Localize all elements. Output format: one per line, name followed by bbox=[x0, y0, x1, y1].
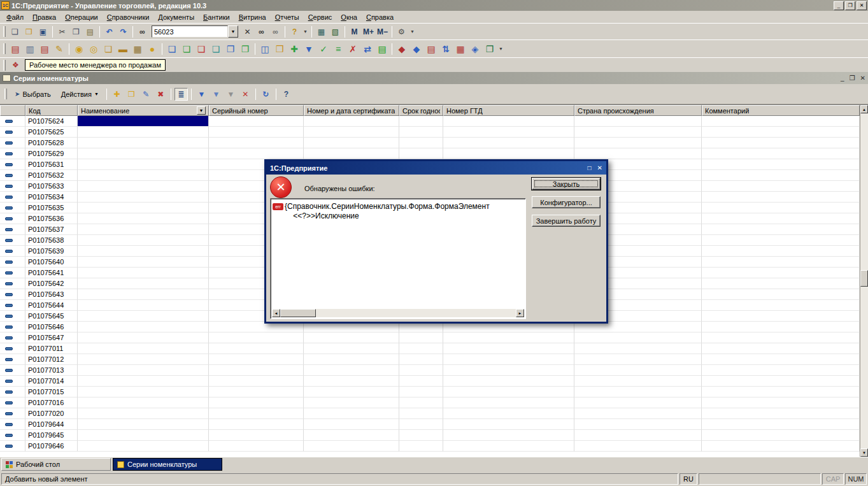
cell-serial[interactable] bbox=[209, 138, 304, 148]
cell-icon[interactable] bbox=[0, 430, 25, 441]
cell-expiry[interactable] bbox=[399, 419, 443, 430]
cell-comment[interactable] bbox=[702, 181, 860, 192]
cell-comment[interactable] bbox=[702, 343, 860, 354]
table-row[interactable]: Р01075628 bbox=[0, 138, 860, 148]
cell-comment[interactable] bbox=[702, 354, 860, 365]
cell-name[interactable] bbox=[78, 268, 209, 278]
menu-item-10[interactable]: Окна bbox=[336, 12, 362, 22]
cash-icon[interactable]: ▬ bbox=[116, 42, 130, 56]
dialog-scrollbar-thumb[interactable] bbox=[280, 309, 316, 317]
scroll-down-button[interactable]: ▼ bbox=[860, 448, 868, 457]
menu-item-1[interactable]: Файл bbox=[2, 12, 28, 22]
cell-certificate[interactable] bbox=[304, 430, 399, 441]
redo-icon[interactable]: ↷ bbox=[117, 25, 130, 38]
cell-code[interactable]: Р01075647 bbox=[25, 332, 78, 343]
table-row[interactable]: Р01079645 bbox=[0, 430, 860, 441]
scrollbar-track[interactable] bbox=[860, 113, 868, 448]
table-row[interactable]: Р01075629 bbox=[0, 148, 860, 159]
cell-icon[interactable] bbox=[0, 116, 25, 127]
cell-name[interactable] bbox=[78, 365, 209, 376]
cell-comment[interactable] bbox=[702, 322, 860, 332]
cell-comment[interactable] bbox=[702, 224, 860, 235]
cell-icon[interactable] bbox=[0, 170, 25, 181]
cell-certificate[interactable] bbox=[304, 148, 399, 159]
cell-code[interactable]: Р01075631 bbox=[25, 159, 78, 170]
restore-button[interactable]: ❐ bbox=[845, 1, 855, 10]
cell-icon[interactable] bbox=[0, 387, 25, 397]
cell-code[interactable]: Р01075629 bbox=[25, 148, 78, 159]
more-buttons-icon[interactable]: ▼ bbox=[497, 42, 504, 56]
column-header-icon[interactable] bbox=[0, 105, 25, 116]
cell-icon[interactable] bbox=[0, 203, 25, 213]
cell-name[interactable] bbox=[78, 170, 209, 181]
cell-comment[interactable] bbox=[702, 311, 860, 322]
sales-report-icon[interactable]: ◆ bbox=[395, 42, 409, 56]
cell-gtd[interactable] bbox=[443, 148, 574, 159]
cell-serial[interactable] bbox=[209, 408, 304, 419]
cell-comment[interactable] bbox=[702, 397, 860, 408]
minimize-button[interactable]: _ bbox=[834, 1, 844, 10]
error-text-area[interactable]: err {Справочник.СерииНоменклатуры.Форма.… bbox=[270, 198, 526, 319]
table-row[interactable]: Р01075624 bbox=[0, 116, 860, 127]
cell-icon[interactable] bbox=[0, 148, 25, 159]
clear-search-icon[interactable]: ✕ bbox=[241, 25, 254, 38]
scroll-up-button[interactable]: ▲ bbox=[860, 105, 868, 113]
cell-expiry[interactable] bbox=[399, 365, 443, 376]
sales-ledger-icon[interactable]: ▤ bbox=[8, 42, 22, 56]
cell-code[interactable]: Р01075641 bbox=[25, 268, 78, 278]
return-doc-icon[interactable]: ❏ bbox=[194, 42, 208, 56]
cell-icon[interactable] bbox=[0, 235, 25, 246]
cell-name[interactable] bbox=[78, 343, 209, 354]
toolbar-grip[interactable] bbox=[3, 26, 6, 37]
cell-country[interactable] bbox=[574, 127, 702, 138]
cell-icon[interactable] bbox=[0, 192, 25, 203]
mdi-minimize-button[interactable]: _ bbox=[841, 75, 844, 82]
menu-item-11[interactable]: Справка bbox=[362, 12, 398, 22]
cell-country[interactable] bbox=[574, 332, 702, 343]
cell-code[interactable]: Р01075637 bbox=[25, 224, 78, 235]
cell-name[interactable] bbox=[78, 408, 209, 419]
orders-report-icon[interactable]: ▦ bbox=[453, 42, 467, 56]
cell-expiry[interactable] bbox=[399, 127, 443, 138]
cell-name[interactable] bbox=[78, 148, 209, 159]
sales-doc-icon[interactable]: ❏ bbox=[180, 42, 194, 56]
cell-comment[interactable] bbox=[702, 138, 860, 148]
cell-country[interactable] bbox=[574, 116, 702, 127]
cash-book-icon[interactable]: ▤ bbox=[38, 42, 52, 56]
toolbar-grip[interactable] bbox=[4, 89, 7, 99]
table-row[interactable]: Р01075647 bbox=[0, 332, 860, 343]
cell-code[interactable]: Р01077020 bbox=[25, 408, 78, 419]
close-button[interactable]: ✕ bbox=[857, 1, 867, 10]
dialog-scrollbar-track[interactable] bbox=[280, 309, 516, 317]
report-settings-icon[interactable]: ❐ bbox=[483, 42, 497, 56]
memory-minus-icon[interactable]: M− bbox=[376, 25, 389, 38]
add-item-icon[interactable]: ✚ bbox=[110, 88, 124, 101]
approve-doc-icon[interactable]: ✓ bbox=[317, 42, 331, 56]
settings-wrench-icon[interactable]: ⚙ bbox=[395, 25, 408, 38]
hierarchy-view-icon[interactable]: ≣ bbox=[174, 88, 188, 101]
cell-icon[interactable] bbox=[0, 311, 25, 322]
cell-serial[interactable] bbox=[209, 343, 304, 354]
menu-item-6[interactable]: Бантики bbox=[199, 12, 234, 22]
memory-recall-icon[interactable]: M bbox=[348, 25, 361, 38]
cell-code[interactable]: Р01075624 bbox=[25, 116, 78, 127]
cell-icon[interactable] bbox=[0, 354, 25, 365]
cell-code[interactable]: Р01075643 bbox=[25, 289, 78, 300]
filter-by-value-icon[interactable]: ▼ bbox=[210, 88, 223, 101]
cell-code[interactable]: Р01075640 bbox=[25, 257, 78, 268]
column-header-name[interactable]: Наименование▼ bbox=[78, 105, 209, 116]
cell-comment[interactable] bbox=[702, 213, 860, 224]
cell-name[interactable] bbox=[78, 430, 209, 441]
cell-name[interactable] bbox=[78, 278, 209, 289]
cell-expiry[interactable] bbox=[399, 408, 443, 419]
dialog-close-button[interactable]: ✕ bbox=[597, 164, 602, 171]
cell-country[interactable] bbox=[574, 343, 702, 354]
cell-comment[interactable] bbox=[702, 257, 860, 268]
cell-code[interactable]: Р01077011 bbox=[25, 343, 78, 354]
cell-icon[interactable] bbox=[0, 397, 25, 408]
cell-code[interactable]: Р01079645 bbox=[25, 430, 78, 441]
cell-country[interactable] bbox=[574, 387, 702, 397]
cell-serial[interactable] bbox=[209, 365, 304, 376]
assistant-icon[interactable]: ? bbox=[288, 25, 301, 38]
new-document-icon[interactable]: ❏ bbox=[8, 25, 22, 38]
